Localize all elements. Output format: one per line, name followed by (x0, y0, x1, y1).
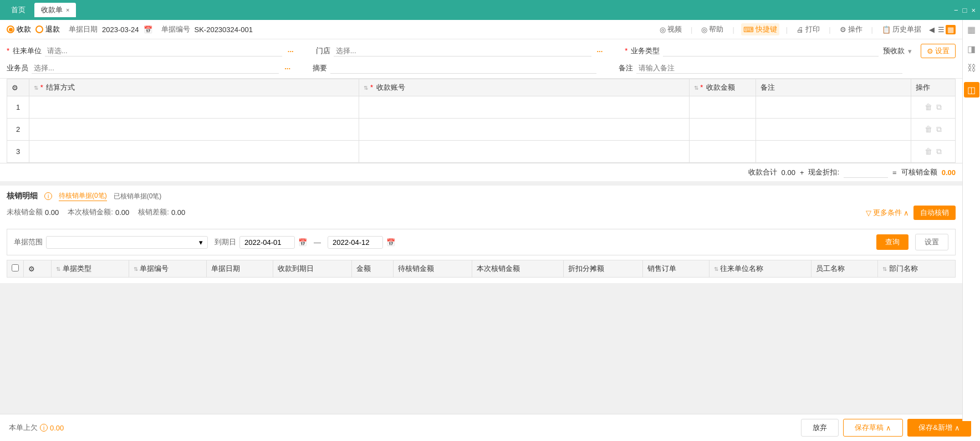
sidebar-icon-sheet[interactable]: ◨ (967, 44, 976, 54)
btn-history[interactable]: 📋 历史单据 (880, 23, 923, 35)
select-all-checkbox[interactable] (12, 264, 19, 271)
th-settings[interactable]: ⚙ (7, 79, 29, 96)
save-new-button[interactable]: 保存&新增 ∧ (907, 419, 971, 437)
this-order-label: 本单上欠 (9, 423, 38, 433)
date-from-calendar-icon[interactable]: 📅 (298, 238, 307, 247)
btn-video[interactable]: ◎ 视频 (657, 23, 684, 35)
row-account-1[interactable] (359, 96, 689, 119)
video-icon: ◎ (660, 25, 666, 34)
range-select[interactable]: ▾ (46, 236, 208, 249)
row-delete-btn-3[interactable]: 🗑 (925, 147, 932, 156)
doc-date-value: 2023-03-24 (102, 25, 139, 34)
biz-type-input[interactable] (663, 45, 879, 57)
date-from-input[interactable] (239, 236, 295, 249)
row-actions-1: 🗑 ⧉ (911, 96, 956, 119)
doc-no-value: SK-20230324-001 (195, 25, 253, 34)
date-to-input[interactable] (328, 236, 383, 249)
btn-shortcut[interactable]: ⌨ 快捷键 (741, 23, 779, 35)
store-field: 门店 ··· (316, 45, 603, 57)
radio-tuikuan[interactable]: 退款 (35, 24, 60, 34)
sum-value: 0.00 (782, 168, 795, 177)
row-amount-2[interactable] (689, 119, 756, 141)
row-actions-2: 🗑 ⧉ (911, 119, 956, 141)
history-icon: 📋 (882, 25, 891, 34)
more-conditions-btn[interactable]: ▽ 更多条件 ∧ (866, 208, 909, 218)
btn-print[interactable]: 🖨 打印 (794, 23, 822, 35)
row-account-3[interactable] (359, 141, 689, 163)
tab-home[interactable]: 首页 (4, 3, 32, 17)
settings-button[interactable]: ⚙ 设置 (921, 44, 956, 58)
row-payment-2[interactable] (29, 119, 359, 141)
window-minimize[interactable]: − (954, 6, 958, 14)
partner-more-btn[interactable]: ··· (288, 47, 294, 55)
row-account-2[interactable] (359, 119, 689, 141)
tab-close-icon[interactable]: × (66, 7, 69, 13)
reconcile-info-icon[interactable]: i (44, 192, 52, 200)
nav-arrows[interactable]: ◀ ☰ ▦ (929, 25, 956, 34)
discount-input[interactable] (844, 167, 888, 178)
th-partner: ⇅ 往来单位名称 (709, 260, 811, 278)
row-delete-btn-2[interactable]: 🗑 (925, 125, 932, 134)
partner-input[interactable] (45, 45, 282, 57)
th-checkbox[interactable] (7, 260, 24, 278)
staff-more-btn[interactable]: ··· (284, 64, 290, 73)
tab-active[interactable]: 收款单 × (34, 3, 76, 17)
date-to-calendar-icon[interactable]: 📅 (386, 238, 395, 247)
radio-shoukuan[interactable]: 收款 (7, 24, 31, 34)
th-due-date: 收款到期日 (273, 260, 351, 278)
auto-reconcile-btn[interactable]: 自动核销 (913, 206, 956, 220)
abandon-button[interactable]: 放弃 (801, 419, 839, 437)
row-payment-3[interactable] (29, 141, 359, 163)
calendar-icon[interactable]: 📅 (144, 25, 152, 34)
th-doc-type: ⇅ 单据类型 (52, 260, 129, 278)
doc-no-label: 单据编号 (161, 24, 190, 34)
sep4: | (829, 25, 830, 34)
staff-input[interactable] (32, 63, 279, 74)
row-remark-1[interactable] (756, 96, 911, 119)
row-copy-btn-3[interactable]: ⧉ (936, 147, 942, 156)
bottom-settings-btn[interactable]: 设置 (915, 234, 948, 250)
btn-action[interactable]: ⚙ 操作 (838, 23, 865, 35)
sidebar-icon-active[interactable]: ◫ (964, 82, 979, 98)
remark-input[interactable] (636, 63, 902, 74)
store-input[interactable] (334, 45, 591, 57)
summary-label: 摘要 (313, 63, 327, 73)
window-maximize[interactable]: □ (963, 6, 967, 14)
query-btn[interactable]: 查询 (876, 234, 908, 250)
row-remark-3[interactable] (756, 141, 911, 163)
th-current-amount: 本次核销金额 (472, 260, 564, 278)
equals-sign: = (892, 168, 897, 177)
reconcile-stats: 未核销金额 0.00 本次核销金额: 0.00 核销差额: 0.00 (7, 207, 185, 217)
sidebar-icon-link[interactable]: ⛓ (967, 63, 976, 73)
row-payment-1[interactable] (29, 96, 359, 119)
staff-label: 业务员 (7, 63, 28, 73)
remark-label: 备注 (619, 63, 633, 73)
biz-type-value: 预收款 (883, 46, 905, 56)
tab-active-label: 收款单 (41, 5, 63, 15)
row-remark-2[interactable] (756, 119, 911, 141)
sidebar-icon-table[interactable]: ▦ (967, 24, 976, 35)
discount-label: 现金折扣: (808, 167, 839, 177)
tab-done[interactable]: 已核销单据(0笔) (114, 192, 162, 201)
tab-pending[interactable]: 待核销单据(0笔) (59, 191, 107, 201)
nav-grid-icon[interactable]: ▦ (946, 25, 956, 34)
staff-field: 业务员 ··· (7, 63, 290, 74)
nav-prev-icon[interactable]: ◀ (929, 25, 935, 34)
nav-menu-icon[interactable]: ☰ (938, 25, 945, 34)
row-delete-btn-1[interactable]: 🗑 (925, 102, 932, 111)
window-close[interactable]: × (971, 6, 976, 14)
row-copy-btn-2[interactable]: ⧉ (936, 125, 942, 134)
row-copy-btn-1[interactable]: ⧉ (936, 102, 942, 111)
save-draft-button[interactable]: 保存草稿 ∧ (843, 419, 903, 437)
store-more-btn[interactable]: ··· (597, 47, 603, 55)
th-col-settings[interactable]: ⚙ (24, 260, 52, 278)
biz-type-dropdown-icon[interactable]: ▾ (908, 47, 912, 55)
row-amount-3[interactable] (689, 141, 756, 163)
row-amount-1[interactable] (689, 96, 756, 119)
summary-input[interactable] (330, 63, 596, 74)
filter-icon: ▽ (866, 209, 871, 217)
current-value: 0.00 (115, 208, 129, 217)
this-order-value: 0.00 (50, 424, 64, 432)
btn-help[interactable]: ◎ 帮助 (699, 23, 726, 35)
range-field: 单据范围 ▾ (14, 236, 208, 249)
